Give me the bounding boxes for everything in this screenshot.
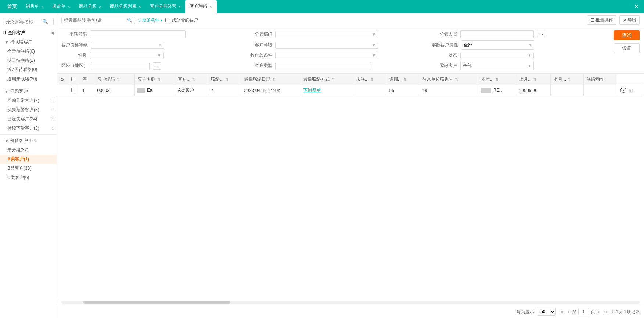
sidebar-item-unclassified[interactable]: 未分组(32) — [0, 145, 57, 155]
sidebar-item-class-b[interactable]: B类客户(33) — [0, 164, 57, 173]
customer-level-select[interactable]: ▼ — [275, 42, 378, 49]
qr-action-icon[interactable]: ⊞ — [629, 88, 633, 93]
close-all-tabs[interactable]: × — [632, 3, 641, 10]
group-pending-contact[interactable]: ▼ 待联络客户 — [0, 38, 57, 47]
batch-ops-btn[interactable]: ☰ 批量操作 — [587, 15, 616, 25]
setting-button[interactable]: 设置 — [614, 43, 640, 53]
col-last-month[interactable]: 上月... ⇅ — [516, 74, 551, 85]
col-this-month[interactable]: 本月... ⇅ — [551, 74, 584, 85]
col-overdue[interactable]: 逾期... ⇅ — [386, 74, 419, 85]
cell-check[interactable] — [68, 85, 79, 96]
status-select[interactable]: ▼ — [460, 52, 534, 59]
last-method-link[interactable]: 下销货单 — [303, 88, 321, 93]
close-tab-sales[interactable]: × — [41, 4, 43, 9]
collapse-sidebar-btn[interactable]: ◀ — [51, 31, 54, 35]
price-level-arrow: ▼ — [158, 43, 162, 47]
col-last-date[interactable]: 最后联络日期 ⇅ — [241, 74, 300, 85]
phone-input[interactable] — [90, 30, 186, 38]
nav-tab-customer-tier[interactable]: 客户分层经营 × — [146, 0, 185, 13]
close-tab-analysis[interactable]: × — [99, 4, 101, 9]
dept-select[interactable]: ▼ — [275, 31, 378, 38]
price-level-select[interactable]: ▼ — [91, 42, 164, 49]
region-input[interactable] — [91, 62, 150, 70]
col-check[interactable] — [68, 74, 79, 85]
filter-icon: ▽ — [138, 18, 141, 23]
nature-select[interactable]: ▼ — [90, 52, 164, 59]
refresh-icon[interactable]: ↻ — [29, 138, 33, 144]
total-label: 共1页 1条记录 — [611, 309, 640, 315]
col-contact-count[interactable]: 联络... ⇅ — [208, 74, 241, 85]
row-checkbox[interactable] — [71, 88, 76, 92]
my-customers-checkbox[interactable] — [165, 18, 170, 22]
h-scrollbar-track[interactable] — [61, 301, 640, 304]
h-scrollbar-thumb[interactable] — [83, 301, 230, 304]
group-value-customers[interactable]: ▼ 价值客户 ↻ ✎ — [0, 136, 57, 145]
sort-code-icon: ⇅ — [117, 77, 120, 81]
more-conditions-btn[interactable]: ▽ 更多条件 ▾ — [138, 17, 162, 23]
sidebar-item-churn-warning[interactable]: 流失预警客户(3) ℹ — [0, 105, 57, 114]
col-gear[interactable]: ⚙ — [57, 74, 68, 85]
footer: 每页显示 50 100 200 « ‹ 第 页 › » 共1页 1条记录 — [57, 305, 644, 318]
edit-group-icon[interactable]: ✎ — [34, 138, 37, 144]
search-box[interactable]: 🔍 — [61, 17, 135, 24]
sidebar-item-repurchase-anomaly[interactable]: 回购异常客户(2) ℹ — [0, 96, 57, 105]
sidebar-search-input[interactable] — [6, 19, 42, 24]
sidebar-item-7days[interactable]: 近7天待联络(0) — [0, 65, 57, 74]
cell-seq: 1 — [79, 85, 94, 96]
check-all[interactable] — [71, 77, 76, 81]
payment-select[interactable]: ▼ — [275, 52, 378, 59]
nav-home[interactable]: 首页 — [3, 3, 21, 10]
sidebar-item-class-a[interactable]: A类客户(1) — [0, 155, 57, 164]
sidebar-search-box[interactable]: 🔍 — [3, 18, 54, 25]
person-input[interactable] — [460, 30, 534, 38]
sort-tmonth-icon: ⇅ — [568, 77, 571, 81]
cell-name: Ea — [135, 85, 175, 96]
sidebar-item-declining[interactable]: 持续下滑客户(2) ℹ — [0, 124, 57, 133]
retail-attr-select[interactable]: 全部 ▼ — [461, 40, 534, 50]
sidebar-item-churned[interactable]: 已流失客户(24) ℹ — [0, 114, 57, 124]
nav-tab-customer-contact[interactable]: 客户联络 × — [185, 0, 216, 13]
col-code[interactable]: 客户编码 ⇅ — [94, 74, 135, 85]
prev-page-btn[interactable]: ‹ — [566, 308, 571, 315]
col-this-year[interactable]: 本年... ⇅ — [478, 74, 516, 85]
last-page-btn[interactable]: » — [603, 308, 609, 315]
nav-tab-purchase[interactable]: 进货单 × — [48, 0, 74, 13]
group-problem-customers[interactable]: ▼ 问题客户 — [0, 87, 57, 96]
region-more-btn[interactable]: ··· — [153, 62, 161, 70]
my-customers-filter[interactable]: 我分管的客户 — [165, 17, 198, 23]
next-page-btn[interactable]: › — [597, 308, 601, 315]
info-icon-1: ℹ — [52, 107, 54, 112]
sidebar-item-tomorrow[interactable]: 明天待联络(1) — [0, 56, 57, 65]
col-un-contact[interactable]: 未联... ⇅ — [353, 74, 386, 85]
col-last-method[interactable]: 最后联络方式 ⇅ — [300, 74, 353, 85]
sidebar-item-class-c[interactable]: C类客户(6) — [0, 173, 57, 182]
close-tab-analysis-list[interactable]: × — [139, 4, 141, 9]
close-tab-customer-contact[interactable]: × — [210, 4, 212, 9]
export-btn[interactable]: ↗ 导出 — [619, 15, 640, 25]
nav-tab-analysis[interactable]: 商品分析 × — [75, 0, 105, 13]
search-input[interactable] — [64, 18, 127, 23]
close-tab-customer-tier[interactable]: × — [179, 4, 181, 9]
cell-last-date: 2023-04-12 14:44: — [241, 85, 300, 96]
first-page-btn[interactable]: « — [559, 308, 565, 315]
dept-field: 分管部门 ▼ — [247, 31, 423, 38]
page-num-input[interactable] — [578, 308, 589, 315]
nav-tab-sales[interactable]: 销售单 × — [21, 0, 48, 13]
sidebar-item-overdue[interactable]: 逾期未联络(30) — [0, 74, 57, 84]
chat-action-icon[interactable]: 💬 — [620, 88, 626, 93]
sidebar-item-today[interactable]: 今天待联络(0) — [0, 47, 57, 56]
nav-tab-analysis-list[interactable]: 商品分析列表 × — [105, 0, 145, 13]
customer-type-input[interactable] — [275, 62, 371, 70]
col-name[interactable]: 客户名称 ⇅ — [135, 74, 175, 85]
close-tab-purchase[interactable]: × — [68, 4, 70, 9]
retail-customer-select[interactable]: 全部 ▼ — [460, 61, 534, 70]
region-field: 区域（地区） ··· — [61, 62, 238, 70]
query-button[interactable]: 查询 — [614, 30, 640, 40]
all-customers-header[interactable]: ⠿ 全部客户 ◀ — [0, 28, 57, 38]
col-type[interactable]: 客户... ⇅ — [175, 74, 208, 85]
cell-row-actions: 💬 ⊞ — [617, 85, 644, 96]
person-more-btn[interactable]: ··· — [537, 31, 545, 38]
chevron-down-icon: ▾ — [160, 18, 162, 23]
col-contact-person[interactable]: 往来单位联系人 ⇅ — [419, 74, 478, 85]
per-page-select[interactable]: 50 100 200 — [537, 308, 556, 316]
